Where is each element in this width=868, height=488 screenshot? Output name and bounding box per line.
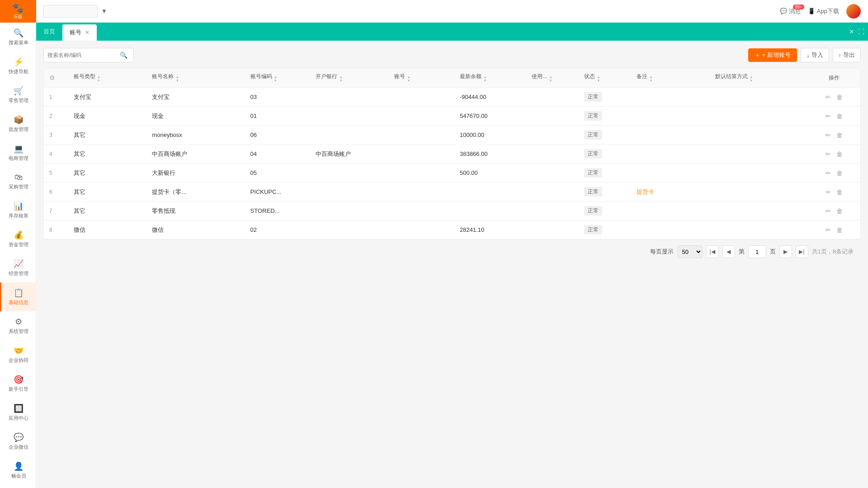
- delete-button-8[interactable]: 🗑: [835, 225, 844, 235]
- delete-button-6[interactable]: 🗑: [835, 188, 844, 197]
- sidebar-item-inventory[interactable]: 📊 库存核算: [0, 196, 36, 225]
- phone-icon: 📱: [808, 8, 815, 14]
- row-name-5: 大新银行: [146, 164, 245, 183]
- first-page-button[interactable]: |◀: [706, 245, 719, 258]
- col-header-status[interactable]: 状态▲▼: [579, 68, 631, 88]
- sidebar-item-wechat[interactable]: 💬 企业微信: [0, 427, 36, 456]
- row-bank-7: [310, 202, 389, 221]
- row-account-4: [389, 145, 454, 164]
- sort-icon-use[interactable]: ▲▼: [549, 75, 552, 83]
- apps-icon: 🔲: [14, 404, 24, 413]
- sidebar-item-finance[interactable]: 💰 资金管理: [0, 225, 36, 253]
- sidebar-item-label-search: 搜索菜单: [9, 39, 28, 46]
- main-content: ▼ 💬 消息 99+ 📱 App下载 首页账号✕ ✕ ⛶: [36, 0, 868, 488]
- delete-button-7[interactable]: 🗑: [835, 206, 844, 216]
- delete-button-2[interactable]: 🗑: [835, 112, 844, 121]
- row-bank-6: [310, 183, 389, 202]
- tab-close-account[interactable]: ✕: [85, 29, 90, 36]
- sort-icon-account[interactable]: ▲▼: [407, 75, 410, 83]
- edit-button-6[interactable]: ✏: [824, 188, 833, 197]
- sidebar-item-search[interactable]: 🔍 搜索菜单: [0, 23, 36, 52]
- topbar-dropdown[interactable]: ▼: [101, 8, 107, 14]
- row-type-3: 其它: [68, 126, 147, 145]
- row-account-3: [389, 126, 454, 145]
- col-header-remark[interactable]: 备注▲▼: [631, 68, 710, 88]
- col-header-use[interactable]: 使用...▲▼: [526, 68, 579, 88]
- toolbar: 🔍 ＋ + 新增账号 ↓ 导入 ↑ 导出: [43, 48, 861, 62]
- sidebar-item-wholesale[interactable]: 📦 批发管理: [0, 109, 36, 138]
- sidebar-item-shortcut[interactable]: ⚡ 快捷导航: [0, 52, 36, 80]
- row-use-3: [526, 126, 579, 145]
- prev-page-button[interactable]: ◀: [722, 245, 735, 258]
- export-button[interactable]: ↑ 导出: [833, 48, 861, 62]
- sort-icon-default[interactable]: ▲▼: [750, 75, 753, 83]
- page-number-input[interactable]: [748, 245, 766, 258]
- edit-button-7[interactable]: ✏: [824, 206, 833, 216]
- row-num-7: 7: [44, 202, 68, 221]
- col-header-bank[interactable]: 开户银行▲▼: [310, 68, 389, 88]
- topbar-search-input[interactable]: [43, 5, 98, 18]
- edit-button-1[interactable]: ✏: [824, 93, 833, 102]
- edit-button-2[interactable]: ✏: [824, 112, 833, 121]
- sidebar-item-basic[interactable]: 📋 基础信息: [0, 282, 36, 311]
- col-header-balance[interactable]: 最新余额▲▼: [454, 68, 526, 88]
- tab-account[interactable]: 账号✕: [62, 24, 97, 41]
- sidebar-item-retail[interactable]: 🛒 零售管理: [0, 80, 36, 109]
- row-action-6: ✏ 🗑: [808, 183, 860, 202]
- sort-icon-type[interactable]: ▲▼: [97, 75, 101, 83]
- sidebar-item-guide[interactable]: 🎯 新手引导: [0, 369, 36, 398]
- col-header-code[interactable]: 账号编码▲▼: [245, 68, 311, 88]
- edit-button-3[interactable]: ✏: [824, 131, 833, 140]
- status-badge-8: 正常: [584, 225, 602, 235]
- sidebar-item-label-retail: 零售管理: [9, 97, 28, 104]
- col-header-type[interactable]: 账号类型▲▼: [68, 68, 147, 88]
- sort-icon-bank[interactable]: ▲▼: [339, 75, 343, 83]
- edit-button-4[interactable]: ✏: [824, 150, 833, 159]
- row-balance-2: 547670.00: [454, 107, 526, 126]
- row-name-7: 零售抵现: [146, 202, 245, 221]
- import-button[interactable]: ↓ 导入: [801, 48, 829, 62]
- sidebar-item-member[interactable]: 👤 畅会员: [0, 456, 36, 485]
- expand-icon[interactable]: ⛶: [858, 28, 864, 35]
- sort-icon-status[interactable]: ▲▼: [597, 75, 600, 83]
- col-header-default[interactable]: 默认结算方式▲▼: [710, 68, 808, 88]
- row-name-8: 微信: [146, 221, 245, 239]
- page-size-select[interactable]: 50 20 100: [677, 245, 703, 258]
- sort-icon-balance[interactable]: ▲▼: [483, 75, 487, 83]
- close-tab-icon[interactable]: ✕: [849, 28, 854, 35]
- table-row: 8微信微信0228241.10正常 ✏ 🗑: [44, 221, 860, 239]
- sidebar-item-system[interactable]: ⚙ 系统管理: [0, 311, 36, 340]
- sort-icon-code[interactable]: ▲▼: [274, 75, 278, 83]
- next-page-button[interactable]: ▶: [779, 245, 792, 258]
- delete-button-5[interactable]: 🗑: [835, 169, 844, 178]
- sidebar-item-ecommerce[interactable]: 💻 电商管理: [0, 138, 36, 167]
- status-badge-1: 正常: [584, 92, 602, 102]
- sidebar-item-apps[interactable]: 🔲 应用中心: [0, 398, 36, 427]
- sort-icon-name[interactable]: ▲▼: [175, 75, 179, 83]
- shortcut-icon: ⚡: [14, 57, 24, 67]
- col-header-account[interactable]: 账号▲▼: [389, 68, 454, 88]
- sidebar-item-operation[interactable]: 📈 经营管理: [0, 253, 36, 282]
- sort-icon-remark[interactable]: ▲▼: [649, 75, 653, 83]
- row-code-5: 05: [245, 164, 311, 183]
- sidebar-item-label-apps: 应用中心: [9, 415, 28, 422]
- edit-button-5[interactable]: ✏: [824, 169, 833, 178]
- row-use-7: [526, 202, 579, 221]
- delete-button-3[interactable]: 🗑: [835, 131, 844, 140]
- delete-button-1[interactable]: 🗑: [835, 93, 844, 102]
- row-action-1: ✏ 🗑: [808, 88, 860, 107]
- edit-button-8[interactable]: ✏: [824, 225, 833, 235]
- last-page-button[interactable]: ▶|: [796, 245, 808, 258]
- app-download-button[interactable]: 📱 App下载: [808, 7, 839, 15]
- tab-home[interactable]: 首页: [36, 23, 62, 41]
- add-account-button[interactable]: ＋ + 新增账号: [748, 48, 797, 62]
- col-header-name[interactable]: 账号名称▲▼: [146, 68, 245, 88]
- delete-button-4[interactable]: 🗑: [835, 150, 844, 159]
- search-input[interactable]: [47, 52, 120, 58]
- message-button[interactable]: 💬 消息 99+: [780, 7, 801, 15]
- sidebar-item-purchase[interactable]: 🛍 采购管理: [0, 167, 36, 196]
- user-avatar[interactable]: [846, 4, 861, 19]
- column-settings[interactable]: ⚙: [44, 68, 68, 88]
- row-bank-8: [310, 221, 389, 239]
- sidebar-item-contract[interactable]: 🤝 企业协同: [0, 340, 36, 369]
